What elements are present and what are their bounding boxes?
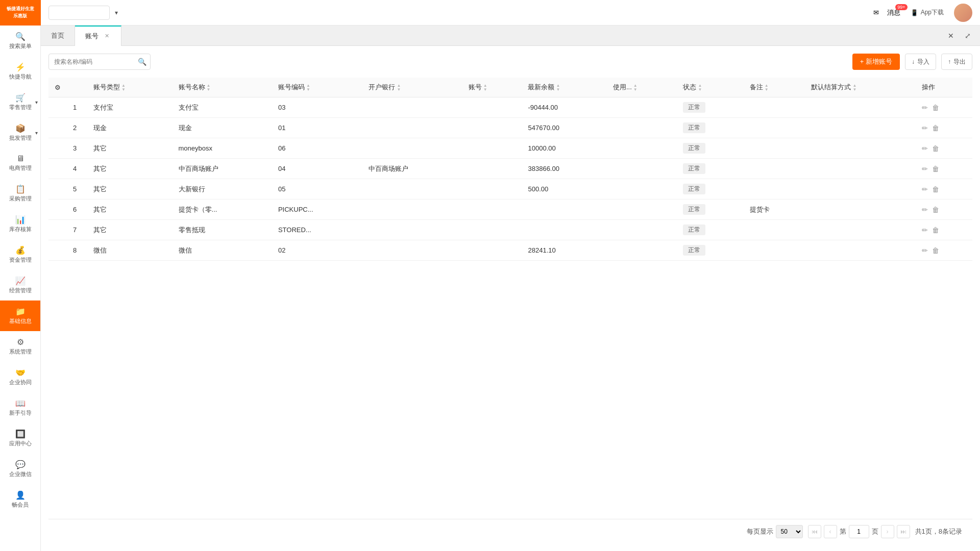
row-usage xyxy=(607,138,677,159)
col-name[interactable]: 账号名称▲▼ xyxy=(173,78,272,97)
edit-button[interactable]: ✏ xyxy=(922,206,928,214)
user-avatar[interactable] xyxy=(954,4,972,22)
sidebar-item-quick-nav[interactable]: ⚡ 快捷导航 xyxy=(0,56,40,87)
row-bank xyxy=(362,97,462,118)
tab-accounts[interactable]: 账号 ✕ xyxy=(75,26,121,46)
basic-info-icon: 📁 xyxy=(15,307,26,316)
delete-button[interactable]: 🗑 xyxy=(932,124,939,132)
sidebar-item-inventory[interactable]: 📊 库存核算 xyxy=(0,209,40,239)
status-badge: 正常 xyxy=(683,184,705,194)
sidebar-item-wholesale[interactable]: 📦 批发管理 xyxy=(0,117,40,148)
row-settlement xyxy=(805,179,915,199)
row-bank xyxy=(362,138,462,159)
col-type[interactable]: 账号类型▲▼ xyxy=(87,78,173,97)
sidebar-item-enterprise[interactable]: 🤝 企业协同 xyxy=(0,362,40,392)
guide-icon: 📖 xyxy=(15,398,26,408)
col-remark[interactable]: 备注▲▼ xyxy=(744,78,805,97)
col-code[interactable]: 账号编码▲▼ xyxy=(272,78,362,97)
edit-button[interactable]: ✏ xyxy=(922,226,928,234)
row-index: 1 xyxy=(67,97,87,118)
row-index: 8 xyxy=(67,240,87,261)
sidebar-item-system-label: 系统管理 xyxy=(9,348,32,356)
app-download-button[interactable]: 📱 App下载 xyxy=(911,8,944,17)
status-badge: 正常 xyxy=(683,163,705,174)
row-actions: ✏ 🗑 xyxy=(916,240,972,261)
sidebar-item-guide[interactable]: 📖 新手引导 xyxy=(0,392,40,423)
row-usage xyxy=(607,118,677,138)
row-account xyxy=(462,97,522,118)
row-account xyxy=(462,159,522,179)
col-status[interactable]: 状态▲▼ xyxy=(677,78,743,97)
row-bank xyxy=(362,179,462,199)
retail-icon: 🛒 xyxy=(15,93,26,103)
edit-button[interactable]: ✏ xyxy=(922,165,928,173)
export-label: 导出 xyxy=(953,58,966,66)
add-account-button[interactable]: + 新增账号 xyxy=(852,54,900,70)
sidebar-item-app-center[interactable]: 🔲 应用中心 xyxy=(0,423,40,454)
col-settings[interactable]: ⚙ xyxy=(48,78,67,97)
col-balance[interactable]: 最新余额▲▼ xyxy=(522,78,607,97)
row-balance: -90444.00 xyxy=(522,97,607,118)
table-body: 1 支付宝 支付宝 03 -90444.00 正常 ✏ 🗑 2 现金 现金 01… xyxy=(48,97,972,261)
row-account xyxy=(462,118,522,138)
status-badge: 正常 xyxy=(683,122,705,133)
row-type: 其它 xyxy=(87,138,173,159)
sidebar-item-retail[interactable]: 🛒 零售管理 xyxy=(0,87,40,117)
tab-home[interactable]: 首页 xyxy=(41,26,75,46)
message-button[interactable]: ✉ 99+ 消息 xyxy=(873,8,900,17)
row-balance xyxy=(522,220,607,240)
delete-button[interactable]: 🗑 xyxy=(932,104,939,112)
sidebar-item-funds[interactable]: 💰 资金管理 xyxy=(0,239,40,270)
page-first-button[interactable]: ⏮ xyxy=(808,525,821,538)
sidebar-item-funds-label: 资金管理 xyxy=(9,256,32,264)
header-dropdown[interactable]: ▾ xyxy=(115,9,118,16)
col-bank[interactable]: 开户银行▲▼ xyxy=(362,78,462,97)
sidebar-item-system[interactable]: ⚙ 系统管理 xyxy=(0,331,40,362)
edit-button[interactable]: ✏ xyxy=(922,185,928,193)
edit-button[interactable]: ✏ xyxy=(922,124,928,132)
row-usage xyxy=(607,97,677,118)
row-index: 7 xyxy=(67,220,87,240)
header-search-input[interactable] xyxy=(48,6,110,20)
account-search-input[interactable] xyxy=(48,54,151,70)
delete-button[interactable]: 🗑 xyxy=(932,165,939,173)
col-settlement[interactable]: 默认结算方式▲▼ xyxy=(805,78,915,97)
delete-button[interactable]: 🗑 xyxy=(932,185,939,193)
row-actions: ✏ 🗑 xyxy=(916,97,972,118)
tab-accounts-close[interactable]: ✕ xyxy=(103,32,111,40)
inventory-icon: 📊 xyxy=(15,215,26,224)
page-number-input[interactable] xyxy=(849,525,869,538)
delete-button[interactable]: 🗑 xyxy=(932,226,939,234)
import-button[interactable]: ↓ 导入 xyxy=(905,54,936,70)
page-last-button[interactable]: ⏭ xyxy=(897,525,910,538)
delete-button[interactable]: 🗑 xyxy=(932,206,939,214)
status-badge: 正常 xyxy=(683,143,705,154)
row-type: 微信 xyxy=(87,240,173,261)
delete-button[interactable]: 🗑 xyxy=(932,246,939,255)
tab-maximize-button[interactable]: ⤢ xyxy=(961,29,975,43)
edit-button[interactable]: ✏ xyxy=(922,246,928,255)
sidebar-item-member[interactable]: 👤 畅会员 xyxy=(0,484,40,515)
col-account[interactable]: 账号▲▼ xyxy=(462,78,522,97)
status-badge: 正常 xyxy=(683,245,705,256)
page-size-select[interactable]: 50 100 200 xyxy=(776,525,803,538)
edit-button[interactable]: ✏ xyxy=(922,144,928,153)
table-header-row: ⚙ 账号类型▲▼ 账号名称▲▼ 账号编码▲▼ 开户银行▲▼ 账号▲▼ 最新余额▲… xyxy=(48,78,972,97)
sidebar: 畅捷通好生意 乐惠版 🔍 搜索菜单 ⚡ 快捷导航 🛒 零售管理 📦 批发管理 🖥… xyxy=(0,0,41,551)
tab-close-all-button[interactable]: ✕ xyxy=(944,29,958,43)
sidebar-item-corp-wechat[interactable]: 💬 企业微信 xyxy=(0,454,40,484)
page-end-label: 页 xyxy=(872,527,878,536)
col-usage[interactable]: 使用...▲▼ xyxy=(607,78,677,97)
page-prev-button[interactable]: ‹ xyxy=(824,525,837,538)
search-wrap: 🔍 xyxy=(48,54,151,70)
page-next-button[interactable]: › xyxy=(881,525,894,538)
sidebar-item-basic-info[interactable]: 📁 基础信息 xyxy=(0,300,40,331)
sidebar-item-purchase[interactable]: 📋 采购管理 xyxy=(0,178,40,209)
sidebar-item-operations[interactable]: 📈 经营管理 xyxy=(0,270,40,300)
delete-button[interactable]: 🗑 xyxy=(932,144,939,153)
sidebar-item-search-menu[interactable]: 🔍 搜索菜单 xyxy=(0,26,40,56)
sidebar-item-ecommerce[interactable]: 🖥 电商管理 xyxy=(0,148,40,178)
edit-button[interactable]: ✏ xyxy=(922,104,928,112)
export-button[interactable]: ↑ 导出 xyxy=(941,54,972,70)
row-balance: 500.00 xyxy=(522,179,607,199)
